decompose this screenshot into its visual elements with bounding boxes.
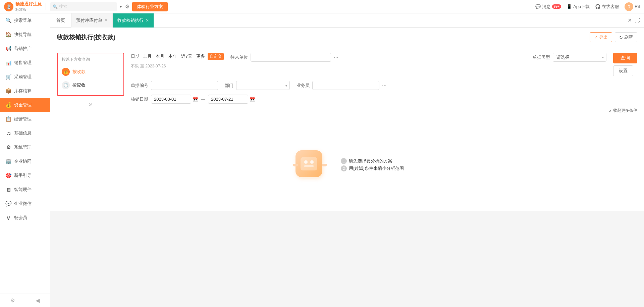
refresh-button[interactable]: ↻ 刷新 — [615, 32, 637, 42]
sidebar-item-system[interactable]: ⚙ 系统管理 — [0, 140, 50, 154]
top-right-actions: 💬 消息 99+ 📱 App下载 🎧 在线客服 R Rit — [535, 2, 640, 11]
counterpart-label: 往来单位 — [230, 54, 248, 60]
finance-icon: 💰 — [5, 102, 11, 108]
counterpart-item: 往来单位 ··· — [230, 53, 526, 62]
empty-text: 1 请先选择要分析的方案 2 用[过滤]条件来缩小分析范围 — [341, 158, 404, 173]
verify-date-from-calendar-icon[interactable]: 📅 — [193, 97, 198, 102]
date-more[interactable]: 更多 — [195, 53, 206, 60]
sidebar-item-search-menu[interactable]: 🔍 搜索菜单 — [0, 13, 50, 28]
guide-icon: 🎯 — [5, 172, 11, 178]
message-btn[interactable]: 💬 消息 99+ — [535, 4, 561, 10]
user-avatar[interactable]: R Rit — [625, 2, 640, 11]
logo-text: 畅捷通好生意 标准版 — [15, 1, 42, 12]
sidebar-item-sales[interactable]: 📊 销售管理 — [0, 56, 50, 70]
verify-date-to-calendar-icon[interactable]: 📅 — [250, 97, 255, 102]
voucher-no-input[interactable] — [151, 81, 218, 90]
by-receipt-icon: 💰 — [62, 68, 70, 76]
sales-icon: 📊 — [5, 60, 11, 66]
username: Rit — [635, 4, 640, 9]
gear-icon[interactable]: ⚙ — [125, 3, 129, 10]
dept-select-wrapper: ▾ — [236, 81, 290, 90]
refresh-icon: ↻ — [619, 35, 623, 40]
sidebar-label-search-menu: 搜索菜单 — [14, 17, 32, 23]
online-service-btn[interactable]: 🎧 在线客服 — [595, 4, 619, 10]
collapse-more-button[interactable]: ∧ 收起更多条件 — [609, 108, 637, 113]
page-inner: 收款核销执行(按收款) ↗ 导出 ↻ 刷新 — [50, 28, 644, 211]
filter-collapse-btn[interactable]: » — [57, 96, 124, 108]
step2-icon: 2 — [341, 165, 347, 171]
basic-info-icon: 🗂 — [5, 131, 11, 136]
filter-panel-border: 按以下方案查询 💰 按收款 🕐 按应收 — [57, 53, 124, 96]
staff-more-icon[interactable]: ··· — [382, 83, 386, 89]
app-download-btn[interactable]: 📱 App下载 — [567, 4, 590, 10]
tab-prepay-close-icon[interactable]: ✕ — [104, 18, 108, 23]
verify-date-label: 核销日期 — [131, 96, 148, 102]
settings-button[interactable]: 设置 — [613, 65, 633, 76]
sidebar-item-marketing[interactable]: 📢 营销推广 — [0, 42, 50, 56]
date-last-month[interactable]: 上月 — [142, 53, 153, 60]
sidebar-item-inventory[interactable]: 📦 库存核算 — [0, 84, 50, 98]
verify-date-from-input[interactable] — [151, 95, 191, 104]
counterpart-input[interactable] — [251, 53, 331, 62]
system-icon: ⚙ — [5, 144, 11, 150]
quick-nav-icon: 🏠 — [5, 32, 11, 38]
tab-home[interactable]: 首页 — [50, 13, 71, 28]
sidebar-collapse-icon[interactable]: ◀ — [36, 297, 40, 304]
by-receivable-label: 按应收 — [72, 82, 86, 88]
date-this-month[interactable]: 本月 — [154, 53, 166, 60]
sidebar-item-basic-info[interactable]: 🗂 基础信息 — [0, 126, 50, 140]
staff-label: 业务员 — [297, 83, 310, 89]
voucher-type-select[interactable]: 请选择 — [553, 53, 606, 62]
dept-select[interactable] — [236, 81, 290, 90]
tab-receipt-verify-label: 收款核销执行 — [117, 17, 144, 23]
tab-close-all-button[interactable]: ✕ — [628, 17, 632, 23]
sidebar-label-finance: 资金管理 — [14, 102, 32, 108]
tab-receipt-close-icon[interactable]: ✕ — [146, 18, 149, 23]
sidebar-label-business: 经营管理 — [14, 116, 32, 122]
search-dropdown-icon[interactable]: ▾ — [120, 4, 122, 9]
page-content: 收款核销执行(按收款) ↗ 导出 ↻ 刷新 — [50, 28, 644, 307]
date-unlimited-label: 不限 — [131, 63, 139, 69]
collapse-row: ∧ 收起更多条件 — [131, 106, 637, 115]
sidebar-item-guide[interactable]: 🎯 新手引导 — [0, 168, 50, 183]
tab-nav: 首页 预付冲应付单 ✕ 收款核销执行 ✕ — [50, 13, 624, 28]
sidebar-label-inventory: 库存核算 — [14, 88, 32, 94]
sidebar-item-enterprise[interactable]: 🏢 企业协同 — [0, 154, 50, 168]
sidebar-item-quick-nav[interactable]: 🏠 快捷导航 — [0, 28, 50, 42]
tab-prepay-label: 预付冲应付单 — [76, 17, 102, 23]
solution-button[interactable]: 体验行业方案 — [132, 2, 168, 11]
service-label: 在线客服 — [602, 4, 619, 10]
counterpart-more-icon[interactable]: ··· — [334, 54, 338, 60]
sidebar-label-sales: 销售管理 — [14, 60, 32, 66]
page-header-actions: ↗ 导出 ↻ 刷新 — [590, 32, 637, 47]
logo-icon: 🐰 — [4, 2, 13, 11]
member-icon: V — [5, 215, 11, 221]
filter-panel: 按以下方案查询 💰 按收款 🕐 按应收 » — [57, 53, 124, 115]
verify-date-separator: — — [201, 97, 205, 102]
filter-option-by-receivable[interactable]: 🕐 按应收 — [58, 79, 123, 92]
sidebar-settings-icon[interactable]: ⚙ — [10, 297, 15, 304]
inventory-icon: 📦 — [5, 88, 11, 94]
sidebar-item-purchase[interactable]: 🛒 采购管理 — [0, 70, 50, 84]
export-button[interactable]: ↗ 导出 — [590, 32, 612, 42]
date-custom-badge[interactable]: 自定义 — [208, 53, 224, 60]
page-title: 收款核销执行(按收款) — [57, 33, 115, 46]
query-button[interactable]: 查询 — [613, 53, 637, 63]
filter-form: 日期 上月 本月 本年 近7天 更多 自定义 — [124, 53, 637, 115]
wechat-icon: 💬 — [5, 201, 11, 207]
date-this-year[interactable]: 本年 — [167, 53, 178, 60]
sidebar-item-business[interactable]: 📋 经营管理 — [0, 112, 50, 126]
staff-input[interactable] — [312, 81, 379, 90]
verify-date-to-input[interactable] — [208, 95, 248, 104]
filter-option-by-receipt[interactable]: 💰 按收款 — [58, 65, 123, 79]
tab-prepay[interactable]: 预付冲应付单 ✕ — [71, 13, 113, 28]
sidebar-item-hardware[interactable]: 🖥 智能硬件 — [0, 183, 50, 197]
voucher-type-item: 单据类型 请选择 ▾ — [533, 53, 606, 62]
date-7days[interactable]: 近7天 — [180, 53, 194, 60]
sidebar-item-wechat[interactable]: 💬 企业微信 — [0, 197, 50, 211]
tab-expand-button[interactable]: ⛶ — [635, 17, 640, 23]
sidebar-item-member[interactable]: V 畅会员 — [0, 211, 50, 225]
tab-receipt-verify[interactable]: 收款核销执行 ✕ — [113, 13, 154, 28]
search-box[interactable]: 🔍 搜索 — [50, 2, 117, 11]
sidebar-item-finance[interactable]: 💰 资金管理 — [0, 98, 50, 112]
